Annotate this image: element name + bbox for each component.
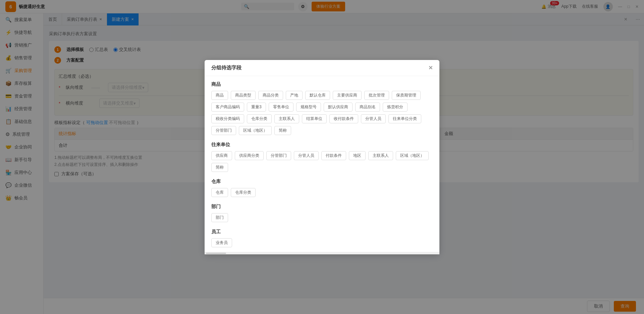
field-tag[interactable]: 分管人员 — [294, 151, 319, 160]
field-tag[interactable]: 地区 — [349, 151, 366, 160]
field-tag[interactable]: 分管人员 — [361, 114, 386, 123]
field-tag[interactable]: 规格型号 — [296, 103, 321, 112]
modal-header: 分组待选字段 ✕ — [205, 60, 439, 76]
field-tag[interactable]: 商品分类 — [258, 91, 283, 100]
field-tag[interactable]: 客户商品编码 — [211, 103, 244, 112]
field-tag[interactable]: 商品类型 — [231, 91, 256, 100]
product-field-tags: 商品 商品类型 商品分类 产地 默认仓库 主要供应商 批次管理 保质期管理 客户… — [211, 91, 433, 135]
field-tag[interactable]: 主联系人 — [368, 151, 393, 160]
modal-title: 分组待选字段 — [211, 65, 241, 71]
field-tag[interactable]: 仓库 — [211, 188, 228, 197]
counterparty-field-tags: 供应商 供应商分类 分管部门 分管人员 付款条件 地区 主联系人 区域（地区） … — [211, 151, 433, 172]
field-tag[interactable]: 收付款条件 — [329, 114, 358, 123]
field-tag[interactable]: 分管部门 — [211, 126, 236, 135]
field-tag[interactable]: 默认供应商 — [324, 103, 353, 112]
field-tag[interactable]: 区域（地区） — [396, 151, 429, 160]
field-group-product: 商品 商品 商品类型 商品分类 产地 默认仓库 主要供应商 批次管理 保质期管理… — [211, 81, 433, 135]
field-group-title-product: 商品 — [211, 81, 433, 87]
field-tag[interactable]: 税收分类编码 — [211, 114, 244, 123]
field-tag[interactable]: 简称 — [211, 163, 228, 172]
warehouse-field-tags: 仓库 仓库分类 — [211, 188, 433, 197]
department-field-tags: 部门 — [211, 213, 433, 222]
field-tag[interactable]: 商品 — [211, 91, 228, 100]
field-group-title-staff: 员工 — [211, 229, 433, 235]
field-tag[interactable]: 结算单位 — [302, 114, 327, 123]
field-tag[interactable]: 仓库分类 — [231, 188, 256, 197]
modal-hscrollbar[interactable] — [205, 252, 439, 254]
field-tag[interactable]: 炼货积分 — [383, 103, 408, 112]
modal-overlay: 分组待选字段 ✕ 商品 商品 商品类型 商品分类 产地 默认仓库 主要供应商 批… — [0, 0, 644, 314]
field-group-title-department: 部门 — [211, 204, 433, 210]
field-group-warehouse: 仓库 仓库 仓库分类 — [211, 179, 433, 197]
field-group-title-counterparty: 往来单位 — [211, 142, 433, 148]
field-group-department: 部门 部门 — [211, 204, 433, 222]
field-group-counterparty: 往来单位 供应商 供应商分类 分管部门 分管人员 付款条件 地区 主联系人 区域… — [211, 142, 433, 172]
modal-close-button[interactable]: ✕ — [428, 65, 433, 71]
field-tag[interactable]: 仓库分类 — [247, 114, 272, 123]
field-selection-modal: 分组待选字段 ✕ 商品 商品 商品类型 商品分类 产地 默认仓库 主要供应商 批… — [205, 60, 439, 254]
field-tag[interactable]: 供应商 — [211, 151, 232, 160]
field-tag[interactable]: 默认仓库 — [305, 91, 330, 100]
field-tag[interactable]: 部门 — [211, 213, 228, 222]
field-tag[interactable]: 重量3 — [247, 103, 266, 112]
field-tag[interactable]: 批次管理 — [364, 91, 389, 100]
field-tag[interactable]: 主联系人 — [274, 114, 299, 123]
field-tag[interactable]: 商品别名 — [355, 103, 380, 112]
field-group-staff: 员工 业务员 — [211, 229, 433, 247]
modal-body[interactable]: 商品 商品 商品类型 商品分类 产地 默认仓库 主要供应商 批次管理 保质期管理… — [205, 76, 439, 252]
field-tag[interactable]: 供应商分类 — [235, 151, 264, 160]
field-tag[interactable]: 主要供应商 — [333, 91, 362, 100]
hscroll-thumb[interactable] — [206, 253, 226, 254]
staff-field-tags: 业务员 — [211, 238, 433, 247]
field-tag[interactable]: 零售单位 — [269, 103, 293, 112]
field-tag[interactable]: 简称 — [274, 126, 291, 135]
field-tag[interactable]: 区域（地区） — [239, 126, 272, 135]
field-tag[interactable]: 分管部门 — [266, 151, 291, 160]
field-tag[interactable]: 产地 — [286, 91, 303, 100]
field-tag[interactable]: 付款条件 — [321, 151, 346, 160]
field-tag[interactable]: 保质期管理 — [392, 91, 421, 100]
field-tag[interactable]: 业务员 — [211, 238, 232, 247]
field-group-title-warehouse: 仓库 — [211, 179, 433, 185]
field-tag[interactable]: 往来单位分类 — [388, 114, 421, 123]
